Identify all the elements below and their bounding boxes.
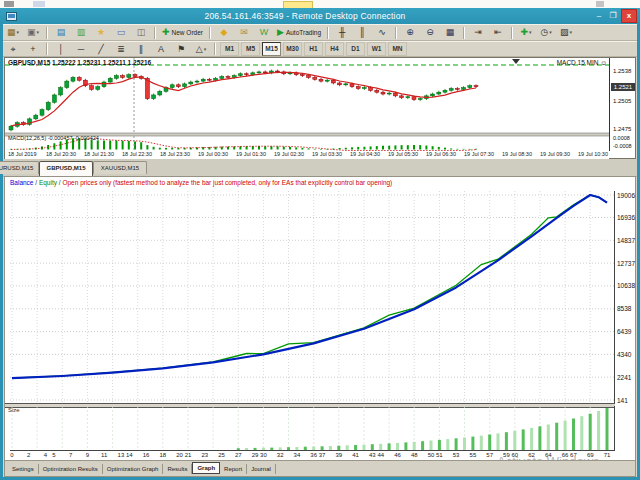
timeframe-button-m1[interactable]: M1	[220, 42, 239, 56]
new-order-button[interactable]: ✚New Order	[160, 25, 205, 40]
zoom-out-icon[interactable]: ⊖	[421, 25, 439, 40]
vertical-line-icon-glyph: │	[58, 43, 64, 56]
tester-x-axis-label: 32	[274, 452, 286, 458]
shapes-icon[interactable]: △▾	[192, 42, 210, 57]
zoom-in-icon[interactable]: ⊕	[401, 25, 419, 40]
main-toolbar: ▦▾▣▾▤▥★▭◫✚New Order◆✉W▶AutoTrading╫║∿⊕⊖▦…	[3, 24, 637, 41]
chart-tab-gbpusd[interactable]: GBPUSD,M15	[39, 161, 93, 176]
mailbox-icon[interactable]: ✉	[235, 25, 253, 40]
experts-icon[interactable]: W	[255, 25, 273, 40]
cursor-icon[interactable]: ⌖	[4, 42, 22, 57]
minimize-button[interactable]: –	[593, 10, 605, 22]
label-icon[interactable]: ⚑	[172, 42, 190, 57]
tile-windows-icon[interactable]: ▦	[441, 25, 459, 40]
profiles-menu-icon-glyph: ▣	[27, 26, 36, 39]
auto-scroll-icon[interactable]: ⇥	[469, 25, 487, 40]
strategy-tester-icon[interactable]: ◫	[132, 25, 150, 40]
text-icon[interactable]: A	[152, 42, 170, 57]
time-axis-label: 18 Jul 20:30	[46, 151, 76, 157]
tester-y-axis-label: 4340	[617, 351, 631, 358]
time-axis-label: 18 Jul 21:30	[84, 151, 114, 157]
time-axis-label: 18 Jul 22:30	[122, 151, 152, 157]
crosshair-icon[interactable]: +	[24, 42, 42, 57]
trendline-icon[interactable]: ╱	[92, 42, 110, 57]
tester-x-axis-label: 55	[467, 452, 479, 458]
timeframe-button-m5[interactable]: M5	[241, 42, 260, 56]
metaeditor-icon[interactable]: ◆	[215, 25, 233, 40]
tester-y-axis-label: 19006	[617, 192, 635, 199]
profiles-menu-icon[interactable]: ▣▾	[24, 25, 42, 40]
tester-tab-report[interactable]: Report	[220, 464, 247, 474]
horizontal-line-icon-glyph: ─	[78, 43, 84, 56]
macd-axis-top: 0.0008	[613, 135, 630, 141]
legend-equity: Equity	[39, 179, 57, 186]
tester-tabs-bar: SettingsOptimization ResultsOptimization…	[5, 460, 635, 476]
tester-x-axis-label: 71	[601, 452, 613, 458]
timeframe-button-d1[interactable]: D1	[346, 42, 365, 56]
tester-x-axis-label: 2	[23, 452, 35, 458]
tester-tab-optimization-graph[interactable]: Optimization Graph	[103, 464, 164, 474]
time-axis-label: 19 Jul 09:30	[540, 151, 570, 157]
fibonacci-icon[interactable]: ≣	[112, 42, 130, 57]
candlestick-chart-icon[interactable]: ║	[353, 25, 371, 40]
auto-scroll-icon-glyph: ⇥	[474, 26, 482, 39]
templates-icon[interactable]: ▨▾	[557, 25, 575, 40]
tester-tab-results[interactable]: Results	[163, 464, 192, 474]
indicators-icon-glyph: ✚	[521, 26, 529, 39]
autotrading-button[interactable]: ▶AutoTrading	[275, 25, 323, 40]
channel-icon[interactable]: ∥	[132, 42, 150, 57]
tester-y-axis-label: 16936	[617, 214, 635, 221]
tester-x-axis-label: 53	[450, 452, 462, 458]
tester-tab-settings[interactable]: Settings	[8, 464, 39, 474]
bar-chart-icon[interactable]: ╫	[333, 25, 351, 40]
candlestick-chart-icon-glyph: ║	[359, 26, 365, 39]
trade-size-graph[interactable]	[10, 406, 615, 451]
maximize-button[interactable]: ❐	[607, 10, 619, 22]
line-chart-icon[interactable]: ∿	[373, 25, 391, 40]
periods-icon-dropdown-arrow: ▾	[549, 26, 552, 39]
terminal-icon[interactable]: ▭	[112, 25, 130, 40]
horizontal-line-icon[interactable]: ─	[72, 42, 90, 57]
timeframe-button-m30[interactable]: M30	[283, 42, 302, 56]
chart-window: GBPUSD,M15 1.25222 1.25231 1.25211 1.252…	[4, 57, 636, 159]
price-axis-label: 1.2538	[613, 68, 631, 74]
ea-name: MACD 15 MIN	[557, 59, 599, 66]
templates-icon-dropdown-arrow: ▾	[570, 26, 573, 39]
timeframe-button-h4[interactable]: H4	[325, 42, 344, 56]
timeframe-button-w1[interactable]: W1	[367, 42, 386, 56]
drawing-toolbar: ⌖+│─╱≣∥A⚑△▾M1M5M15M30H1H4D1W1MN	[3, 41, 637, 57]
tester-tab-graph[interactable]: Graph	[192, 462, 220, 474]
zoom-out-icon-glyph: ⊖	[426, 26, 434, 39]
chart-tab-eurusd[interactable]: EURUSD,M15	[0, 161, 39, 174]
new-chart-menu-icon[interactable]: ▦▾	[4, 25, 22, 40]
new-chart-menu-icon-dropdown-arrow: ▾	[17, 26, 20, 39]
balance-graph[interactable]	[10, 191, 615, 403]
toolbar-separator	[463, 27, 465, 39]
indicators-icon[interactable]: ✚▾	[517, 25, 535, 40]
close-button[interactable]: x	[621, 9, 637, 23]
tester-x-axis-label: 30	[257, 452, 269, 458]
data-window-icon[interactable]: ▥	[72, 25, 90, 40]
window-title: 206.54.161.46:3549 - Remote Desktop Conn…	[17, 11, 593, 21]
tester-x-axis-label: 0	[6, 452, 18, 458]
tester-x-axis-label: 9	[81, 452, 93, 458]
time-axis-label: 19 Jul 08:30	[502, 151, 532, 157]
text-icon-glyph: A	[158, 43, 164, 56]
ea-smiley-icon[interactable]: ☺	[600, 59, 607, 66]
timeframe-button-mn[interactable]: MN	[388, 42, 407, 56]
chart-shift-icon[interactable]: ⇤	[489, 25, 507, 40]
time-axis-label: 18 Jul 2019	[8, 151, 36, 157]
timeframe-button-h1[interactable]: H1	[304, 42, 323, 56]
tester-tab-optimization-results[interactable]: Optimization Results	[39, 464, 103, 474]
market-watch-icon[interactable]: ▤	[52, 25, 70, 40]
tester-x-axis-label: 25	[216, 452, 228, 458]
vertical-line-icon[interactable]: │	[52, 42, 70, 57]
timeframe-button-m15[interactable]: M15	[262, 42, 281, 56]
periods-icon[interactable]: ◷▾	[537, 25, 555, 40]
navigator-icon[interactable]: ★	[92, 25, 110, 40]
time-axis-label: 19 Jul 04:30	[350, 151, 380, 157]
tester-y-axis-label: 12737	[617, 260, 635, 267]
tester-tab-journal[interactable]: Journal	[247, 464, 276, 474]
toolbar-separator	[214, 43, 216, 55]
chart-tab-xauusd[interactable]: XAUUSD,M15	[93, 161, 147, 174]
